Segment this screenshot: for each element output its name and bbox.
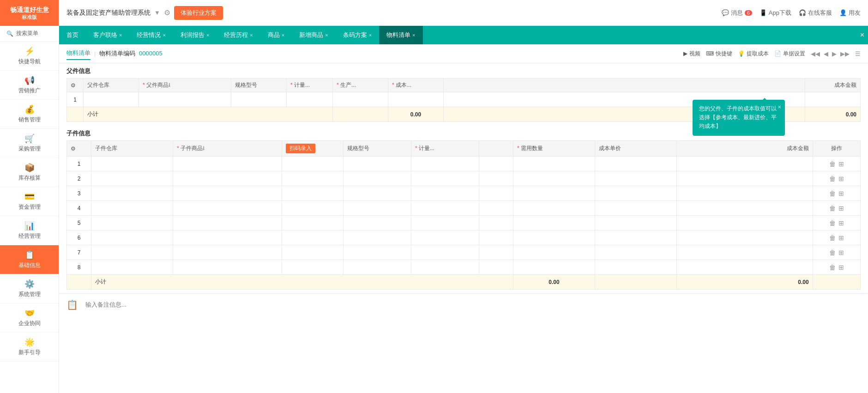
sidebar-item-guide[interactable]: 🌟 新手引导 <box>0 333 59 362</box>
user-button[interactable]: 👤 用友 <box>839 9 861 17</box>
child-row-5-product[interactable] <box>173 216 282 230</box>
child-row-2-measure[interactable] <box>411 171 479 186</box>
nav-prev-icon[interactable]: ◀ <box>824 50 828 57</box>
copy-icon-1[interactable]: ⊞ <box>838 160 844 168</box>
child-row-8-unit-cost[interactable] <box>595 260 676 275</box>
child-row-1-measure[interactable] <box>411 157 479 171</box>
try-button[interactable]: 体验行业方案 <box>174 6 223 20</box>
parent-row-1-measure[interactable] <box>287 92 333 107</box>
sidebar-item-marketing[interactable]: 📢 营销推广 <box>0 71 59 100</box>
child-row-6-quantity[interactable] <box>513 230 595 245</box>
sidebar-item-inventory[interactable]: 📦 库存核算 <box>0 158 59 187</box>
view-button[interactable]: ▶ 视频 <box>683 50 700 58</box>
child-row-5-quantity[interactable] <box>513 216 595 230</box>
delete-icon-3[interactable]: 🗑 <box>829 190 836 197</box>
tab-history-close[interactable]: × <box>250 32 253 38</box>
child-row-3-quantity[interactable] <box>513 186 595 201</box>
close-all-button[interactable]: × <box>860 31 864 39</box>
message-button[interactable]: 💬 消息 6 <box>722 9 752 17</box>
view-mode-icons[interactable]: ☰ <box>855 50 861 57</box>
sidebar-item-purchase[interactable]: 🛒 采购管理 <box>0 129 59 158</box>
tab-new-product-close[interactable]: × <box>325 32 328 38</box>
child-row-1-unit-cost[interactable] <box>595 157 676 171</box>
tab-barcode-close[interactable]: × <box>369 32 372 38</box>
tooltip-close-btn[interactable]: × <box>778 103 781 112</box>
delete-icon-6[interactable]: 🗑 <box>829 234 836 242</box>
child-row-1-quantity[interactable] <box>513 157 595 171</box>
child-row-6-measure[interactable] <box>411 230 479 245</box>
child-row-3-spec[interactable] <box>343 186 411 201</box>
nav-next-icon[interactable]: ▶ <box>832 50 837 57</box>
parent-col-settings[interactable]: ⚙ <box>67 79 84 92</box>
child-row-7-measure[interactable] <box>411 245 479 260</box>
tab-bom[interactable]: 物料清单 × <box>379 26 422 44</box>
parent-row-1-product[interactable] <box>139 92 231 107</box>
sidebar-item-basic[interactable]: 📋 基础信息 <box>0 245 59 274</box>
child-row-3-warehouse[interactable] <box>91 186 173 201</box>
sub-tab-bom[interactable]: 物料清单 <box>66 47 90 60</box>
child-row-7-warehouse[interactable] <box>91 245 173 260</box>
child-col-scan[interactable]: 扫码录入 <box>282 141 343 157</box>
delete-icon-7[interactable]: 🗑 <box>829 249 836 256</box>
child-row-4-unit-cost[interactable] <box>595 201 676 216</box>
tab-operation-close[interactable]: × <box>163 32 165 38</box>
parent-row-1-warehouse[interactable] <box>84 92 139 107</box>
tab-history[interactable]: 经营历程 × <box>217 26 260 44</box>
online-service-button[interactable]: 🎧 在线客服 <box>799 9 832 17</box>
extract-cost-button[interactable]: 💡 提取成本 <box>738 50 769 58</box>
note-input[interactable] <box>85 301 861 308</box>
tab-product[interactable]: 商品 × <box>260 26 292 44</box>
child-row-7-unit-cost[interactable] <box>595 245 676 260</box>
tab-profit-close[interactable]: × <box>206 32 209 38</box>
child-row-4-quantity[interactable] <box>513 201 595 216</box>
settings-icon[interactable]: ⚙ <box>164 8 170 17</box>
child-row-6-product[interactable] <box>173 230 282 245</box>
child-row-3-product[interactable] <box>173 186 282 201</box>
copy-icon-8[interactable]: ⊞ <box>838 264 844 271</box>
app-download-button[interactable]: 📱 App下载 <box>760 9 791 17</box>
tab-barcode[interactable]: 条码方案 × <box>336 26 379 44</box>
delete-icon-4[interactable]: 🗑 <box>829 205 836 212</box>
child-row-7-quantity[interactable] <box>513 245 595 260</box>
sidebar-item-enterprise[interactable]: 🤝 企业协同 <box>0 303 59 333</box>
child-row-6-warehouse[interactable] <box>91 230 173 245</box>
child-row-2-unit-cost[interactable] <box>595 171 676 186</box>
tab-bom-close[interactable]: × <box>412 32 415 38</box>
delete-icon-8[interactable]: 🗑 <box>829 264 836 271</box>
child-row-1-spec[interactable] <box>343 157 411 171</box>
parent-row-1-produce[interactable] <box>333 92 388 107</box>
sidebar-item-finance[interactable]: 💳 资金管理 <box>0 187 59 216</box>
child-row-7-spec[interactable] <box>343 245 411 260</box>
copy-icon-7[interactable]: ⊞ <box>838 249 844 256</box>
child-row-3-measure[interactable] <box>411 186 479 201</box>
child-row-8-quantity[interactable] <box>513 260 595 275</box>
parent-row-1-spec[interactable] <box>231 92 287 107</box>
child-row-2-warehouse[interactable] <box>91 171 173 186</box>
parent-row-1-cost[interactable] <box>388 92 444 107</box>
copy-icon-4[interactable]: ⊞ <box>838 205 844 212</box>
copy-icon-6[interactable]: ⊞ <box>838 234 844 242</box>
sidebar-item-system[interactable]: ⚙️ 系统管理 <box>0 274 59 303</box>
sidebar-item-sales[interactable]: 💰 销售管理 <box>0 100 59 129</box>
tab-customer[interactable]: 客户联络 × <box>86 26 129 44</box>
nav-next2-icon[interactable]: ▶▶ <box>840 50 850 57</box>
tab-new-product[interactable]: 新增商品 × <box>292 26 335 44</box>
child-row-5-spec[interactable] <box>343 216 411 230</box>
child-row-4-spec[interactable] <box>343 201 411 216</box>
child-row-8-product[interactable] <box>173 260 282 275</box>
child-row-5-unit-cost[interactable] <box>595 216 676 230</box>
child-row-6-unit-cost[interactable] <box>595 230 676 245</box>
delete-icon-1[interactable]: 🗑 <box>829 160 836 168</box>
delete-icon-5[interactable]: 🗑 <box>829 219 836 227</box>
sidebar-item-operation[interactable]: 📊 经营管理 <box>0 216 59 245</box>
child-row-8-spec[interactable] <box>343 260 411 275</box>
shortcut-button[interactable]: ⌨ 快捷键 <box>706 50 732 58</box>
tab-operation[interactable]: 经营情况 × <box>129 26 173 44</box>
child-row-3-unit-cost[interactable] <box>595 186 676 201</box>
child-row-7-product[interactable] <box>173 245 282 260</box>
nav-prev2-icon[interactable]: ◀◀ <box>811 50 820 57</box>
child-row-8-warehouse[interactable] <box>91 260 173 275</box>
child-col-settings[interactable]: ⚙ <box>67 141 91 157</box>
child-row-2-spec[interactable] <box>343 171 411 186</box>
sidebar-item-search[interactable]: 🔍 搜索菜单 <box>0 26 59 42</box>
